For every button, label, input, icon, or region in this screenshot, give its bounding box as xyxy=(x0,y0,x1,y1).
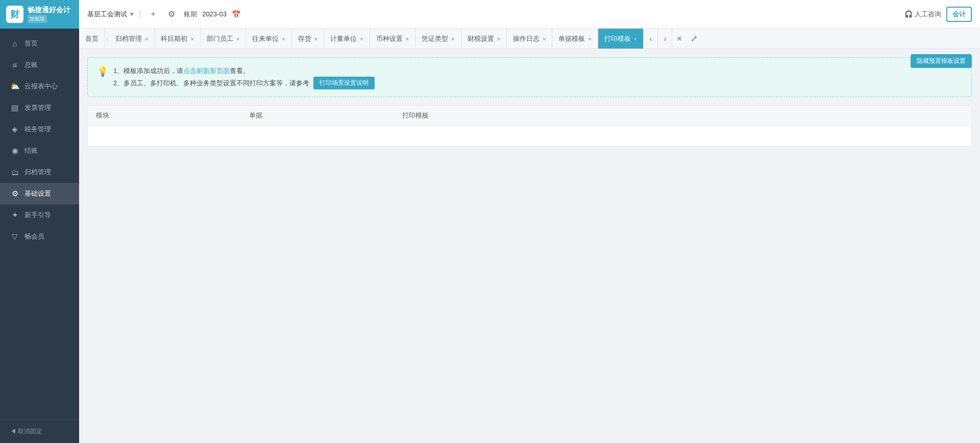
tab-print-template-close[interactable]: × xyxy=(634,36,637,42)
logo-area: 财 畅捷通好会计 旗舰版 xyxy=(0,0,79,29)
app-version: 旗舰版 xyxy=(28,15,47,23)
tip1-part1: 1、模板添加成功后，请 xyxy=(113,67,183,75)
sidebar-item-settings[interactable]: ⚙ 基础设置 xyxy=(0,183,79,204)
period-label: 账期 xyxy=(184,10,197,19)
accountant-button[interactable]: 会计 xyxy=(946,7,972,22)
settings-gear-button[interactable]: ⚙ xyxy=(164,7,179,21)
period-value: 2023-03 xyxy=(202,10,227,18)
tab-close-all-button[interactable]: × xyxy=(672,29,687,49)
sidebar-item-reports[interactable]: ⛅ 云报表中心 xyxy=(0,76,79,97)
tab-unit[interactable]: 计量单位 × xyxy=(324,29,370,49)
tab-voucher-type-close[interactable]: × xyxy=(451,36,454,42)
tabbar: 首页 ‹ 归档管理 × 科目期初 × 部门员工 × 往来单位 × 存货 × 计量… xyxy=(79,29,980,49)
tab-print-template[interactable]: 打印模板 × xyxy=(598,29,644,49)
sidebar-item-guide[interactable]: ✦ 新手引导 xyxy=(0,204,79,226)
archive-icon: 🗂 xyxy=(10,168,19,177)
tab-home-label: 首页 xyxy=(85,34,99,43)
print-scene-button[interactable]: 打印场景设置说明 xyxy=(313,77,375,89)
tab-expand-button[interactable]: ⤢ xyxy=(687,29,701,49)
tab-currency-close[interactable]: × xyxy=(406,36,409,42)
company-name: 基层工会测试 xyxy=(87,10,127,19)
tab-inventory[interactable]: 存货 × xyxy=(292,29,324,49)
tab-subject-init-label: 科目期初 xyxy=(161,34,187,43)
sidebar-item-member[interactable]: ▽ 畅会员 xyxy=(0,226,79,247)
tab-unit-label: 计量单位 xyxy=(330,34,357,43)
tip2-part1: 2、多员工、多打印机、多种业务类型设置不同打印方案等，请参考 xyxy=(113,77,309,89)
info-card: 💡 1、模板添加成功后，请点击刷新新页面查看。 2、多员工、多打印机、多种业务类… xyxy=(87,57,972,97)
tab-prev-button[interactable]: ‹ xyxy=(644,29,658,49)
tab-tax-settings-label: 财税设置 xyxy=(468,34,494,43)
sidebar-item-archive[interactable]: 🗂 归档管理 xyxy=(0,161,79,183)
tab-inventory-close[interactable]: × xyxy=(314,36,317,42)
tab-tax-settings[interactable]: 财税设置 × xyxy=(461,29,507,49)
add-tab-button[interactable]: ＋ xyxy=(146,7,160,21)
topbar-right: 🎧 人工咨询 会计 xyxy=(904,7,972,22)
unpin-button[interactable]: ◀ 取消固定 xyxy=(0,419,79,443)
main-area: 基层工会测试 ▾ | ＋ ⚙ 账期 2023-03 📅 🎧 人工咨询 会计 首页… xyxy=(79,0,980,443)
settlement-icon: ◉ xyxy=(10,146,19,155)
table-body xyxy=(88,126,971,146)
tab-currency[interactable]: 币种设置 × xyxy=(370,29,415,49)
tab-dept-staff-close[interactable]: × xyxy=(236,36,239,42)
reports-icon: ⛅ xyxy=(10,82,19,91)
service-label: 人工咨询 xyxy=(915,10,941,19)
sidebar-item-ledger[interactable]: ≡ 总账 xyxy=(0,54,79,76)
content-area: 隐藏预置模板设置 💡 1、模板添加成功后，请点击刷新新页面查看。 2、多员工、多… xyxy=(79,49,980,443)
sidebar-item-ledger-label: 总账 xyxy=(24,60,38,69)
info-tip1: 1、模板添加成功后，请点击刷新新页面查看。 xyxy=(113,65,375,77)
tab-dept-staff[interactable]: 部门员工 × xyxy=(201,29,246,49)
info-tip2: 2、多员工、多打印机、多种业务类型设置不同打印方案等，请参考 打印场景设置说明 xyxy=(113,77,375,89)
tax-icon: ◈ xyxy=(10,125,19,134)
sidebar-item-home[interactable]: ⌂ 首页 xyxy=(0,33,79,54)
tab-voucher-type[interactable]: 凭证类型 × xyxy=(415,29,461,49)
app-name: 畅捷通好会计 xyxy=(28,6,70,14)
sidebar-item-home-label: 首页 xyxy=(24,39,38,48)
sidebar-item-guide-label: 新手引导 xyxy=(24,211,51,220)
tab-operation-log[interactable]: 操作日志 × xyxy=(507,29,552,49)
sidebar-item-settlement[interactable]: ◉ 结账 xyxy=(0,140,79,161)
sidebar: 财 畅捷通好会计 旗舰版 ⌂ 首页 ≡ 总账 ⛅ 云报表中心 ▤ 发票管理 ◈ … xyxy=(0,0,79,443)
tab-subject-init-close[interactable]: × xyxy=(190,36,193,42)
tab-home[interactable]: 首页 xyxy=(79,29,105,49)
tab-archive-management[interactable]: 归档管理 × xyxy=(109,29,155,49)
company-dropdown-icon: ▾ xyxy=(130,10,134,18)
tab-next-button[interactable]: › xyxy=(658,29,672,49)
unpin-label: ◀ 取消固定 xyxy=(10,427,42,436)
acct-label: 会计 xyxy=(952,10,966,18)
ledger-icon: ≡ xyxy=(10,61,19,69)
col-voucher: 单据 xyxy=(241,106,394,125)
tab-voucher-template[interactable]: 单据模板 × xyxy=(552,29,598,49)
tab-voucher-template-label: 单据模板 xyxy=(558,34,585,43)
col-module: 模块 xyxy=(88,106,241,125)
tab-contacts-close[interactable]: × xyxy=(282,36,285,42)
tab-archive-management-close[interactable]: × xyxy=(145,36,148,42)
customer-service-button[interactable]: 🎧 人工咨询 xyxy=(904,10,941,19)
home-icon: ⌂ xyxy=(10,39,19,48)
tab-voucher-type-label: 凭证类型 xyxy=(422,34,448,43)
data-table: 模块 单据 打印模板 xyxy=(87,105,972,147)
tab-contacts[interactable]: 往来单位 × xyxy=(246,29,291,49)
tab-tax-settings-close[interactable]: × xyxy=(497,36,500,42)
sidebar-item-settings-label: 基础设置 xyxy=(24,189,51,198)
tab-subject-init[interactable]: 科目期初 × xyxy=(155,29,200,49)
sidebar-item-invoice[interactable]: ▤ 发票管理 xyxy=(0,97,79,119)
tab-voucher-template-close[interactable]: × xyxy=(588,36,591,42)
company-selector[interactable]: 基层工会测试 ▾ xyxy=(87,10,134,19)
hide-template-label: 隐藏预置模板设置 xyxy=(917,57,966,64)
refresh-link[interactable]: 点击刷新新页面 xyxy=(183,67,230,75)
table-header: 模块 单据 打印模板 xyxy=(88,106,971,126)
invoice-icon: ▤ xyxy=(10,103,19,112)
headset-icon: 🎧 xyxy=(904,10,913,18)
tab-archive-management-label: 归档管理 xyxy=(115,34,142,43)
col-print-template: 打印模板 xyxy=(394,106,971,125)
tab-unit-close[interactable]: × xyxy=(360,36,363,42)
calendar-icon[interactable]: 📅 xyxy=(232,10,240,18)
sidebar-item-tax[interactable]: ◈ 税务管理 xyxy=(0,119,79,140)
sidebar-item-invoice-label: 发票管理 xyxy=(24,103,51,112)
tab-operation-log-close[interactable]: × xyxy=(543,36,546,42)
hide-template-button[interactable]: 隐藏预置模板设置 xyxy=(911,54,972,68)
sidebar-item-tax-label: 税务管理 xyxy=(24,125,51,134)
sidebar-item-archive-label: 归档管理 xyxy=(24,168,51,177)
settings-icon: ⚙ xyxy=(10,189,19,198)
topbar: 基层工会测试 ▾ | ＋ ⚙ 账期 2023-03 📅 🎧 人工咨询 会计 xyxy=(79,0,980,29)
